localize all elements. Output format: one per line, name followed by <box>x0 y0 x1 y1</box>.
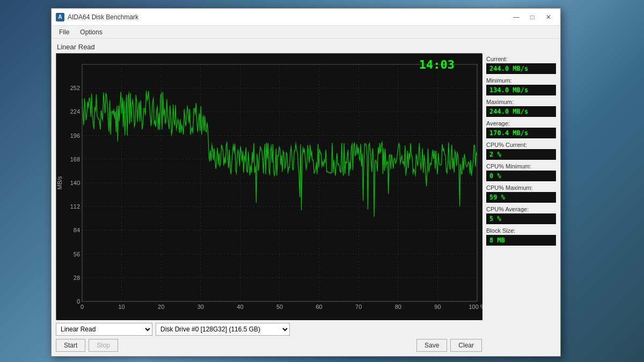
window-title: AIDA64 Disk Benchmark <box>68 13 138 21</box>
minimum-label: Minimum: <box>486 77 556 84</box>
main-content: Linear Read 14:03 Linear Read Disk Drive… <box>52 39 560 356</box>
window-controls: — □ ✕ <box>509 12 556 23</box>
cpu-maximum-value: 59 % <box>486 192 556 203</box>
cpu-average-value: 5 % <box>486 213 556 224</box>
menu-file[interactable]: File <box>55 27 74 37</box>
minimize-button[interactable]: — <box>509 12 524 23</box>
stat-minimum: Minimum: 134.0 MB/s <box>486 77 556 95</box>
main-window: A AIDA64 Disk Benchmark — □ ✕ File Optio… <box>51 8 561 357</box>
chart-timer: 14:03 <box>419 58 455 71</box>
average-value: 170.4 MB/s <box>486 128 556 138</box>
cpu-average-label: CPU% Average: <box>486 206 556 212</box>
cpu-maximum-label: CPU% Maximum: <box>486 184 556 191</box>
stop-button[interactable]: Stop <box>89 339 118 352</box>
cpu-current-value: 2 % <box>486 149 556 160</box>
stat-average: Average: 170.4 MB/s <box>486 120 556 138</box>
current-label: Current: <box>486 56 556 62</box>
stat-current: Current: 244.0 MB/s <box>486 56 556 74</box>
right-panel: Current: 244.0 MB/s Minimum: 134.0 MB/s … <box>486 43 556 352</box>
left-panel: Linear Read 14:03 Linear Read Disk Drive… <box>56 43 482 352</box>
stat-maximum: Maximum: 244.0 MB/s <box>486 99 556 117</box>
titlebar-left: A AIDA64 Disk Benchmark <box>56 13 138 21</box>
close-button[interactable]: ✕ <box>541 12 556 23</box>
clear-button[interactable]: Clear <box>450 339 482 352</box>
stat-cpu-current: CPU% Current: 2 % <box>486 142 556 160</box>
menubar: File Options <box>52 26 560 39</box>
benchmark-chart <box>56 54 482 320</box>
block-size-value: 8 MB <box>486 235 556 246</box>
app-icon: A <box>56 13 64 21</box>
cpu-minimum-value: 0 % <box>486 171 556 181</box>
start-button[interactable]: Start <box>56 339 85 352</box>
maximize-button[interactable]: □ <box>525 12 540 23</box>
stat-cpu-average: CPU% Average: 5 % <box>486 206 556 224</box>
maximum-value: 244.0 MB/s <box>486 106 556 117</box>
average-label: Average: <box>486 120 556 127</box>
stat-cpu-minimum: CPU% Minimum: 0 % <box>486 163 556 181</box>
controls-row: Linear Read Disk Drive #0 [128G32] (116.… <box>56 323 482 336</box>
stat-block-size: Block Size: 8 MB <box>486 227 556 246</box>
block-size-label: Block Size: <box>486 227 556 234</box>
cpu-current-label: CPU% Current: <box>486 142 556 148</box>
maximum-label: Maximum: <box>486 99 556 105</box>
chart-container: 14:03 <box>56 53 482 320</box>
disk-drive-dropdown[interactable]: Disk Drive #0 [128G32] (116.5 GB) <box>156 323 290 336</box>
minimum-value: 134.0 MB/s <box>486 85 556 95</box>
cpu-minimum-label: CPU% Minimum: <box>486 163 556 169</box>
current-value: 244.0 MB/s <box>486 63 556 74</box>
buttons-row: Start Stop Save Clear <box>56 339 482 352</box>
stat-cpu-maximum: CPU% Maximum: 59 % <box>486 184 556 203</box>
test-type-dropdown[interactable]: Linear Read <box>56 323 152 336</box>
chart-title: Linear Read <box>56 43 482 51</box>
titlebar: A AIDA64 Disk Benchmark — □ ✕ <box>52 9 560 26</box>
save-button[interactable]: Save <box>416 339 447 352</box>
menu-options[interactable]: Options <box>76 27 106 37</box>
